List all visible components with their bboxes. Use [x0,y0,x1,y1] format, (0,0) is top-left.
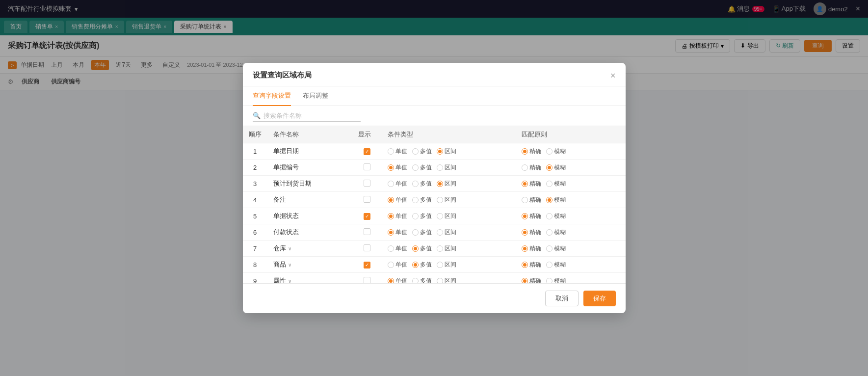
settings-modal: 设置查询区域布局 × 查询字段设置 布局调整 🔍 顺序 条件名称 [243,63,626,90]
modal-close-button[interactable]: × [610,71,616,80]
modal-tabs: 查询字段设置 布局调整 [243,86,626,90]
tab-layout-adjust[interactable]: 布局调整 [303,86,328,90]
modal-overlay: 设置查询区域布局 × 查询字段设置 布局调整 🔍 顺序 条件名称 [0,0,868,90]
modal-title: 设置查询区域布局 [253,71,312,80]
tab-field-settings[interactable]: 查询字段设置 [253,86,291,90]
modal-header: 设置查询区域布局 × [243,63,626,86]
